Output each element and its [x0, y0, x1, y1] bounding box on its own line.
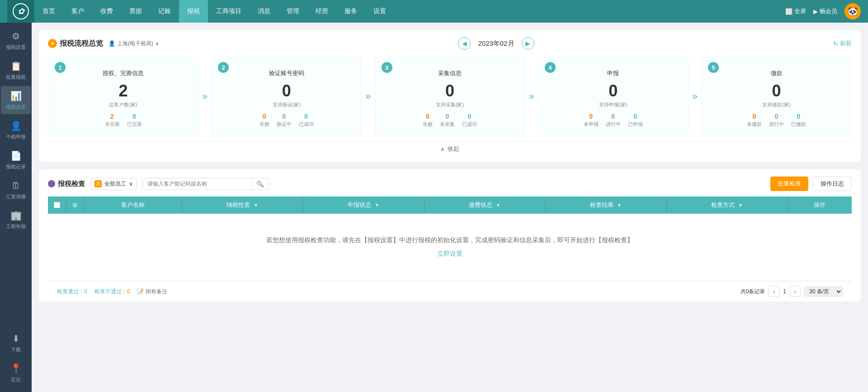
- step-4-stat-0: 0 未申报: [584, 113, 599, 128]
- table-wrapper: ⚙ 客户名称 纳税性质 ▼ 申报状态 ▼: [48, 196, 852, 281]
- dropdown-arrow-icon: ∨: [129, 181, 133, 187]
- nav-message[interactable]: 消息: [250, 0, 278, 23]
- header-checkbox[interactable]: [54, 202, 60, 208]
- filter-icon-5[interactable]: ▼: [738, 202, 743, 208]
- nav-invoice[interactable]: 票据: [121, 0, 150, 23]
- batch-check-button[interactable]: 批量检查: [770, 177, 808, 191]
- sidebar-item-personal-tax[interactable]: 👤 个税申报: [1, 116, 31, 144]
- filter-icon-2[interactable]: ▼: [374, 202, 379, 208]
- step-3-title: 采集信息: [382, 67, 518, 77]
- step-2-stat-1: 0 验证中: [277, 113, 292, 128]
- step-2-stat-2: 0 已成功: [299, 113, 314, 128]
- step-5-stat-2: 0 已缴款: [791, 113, 806, 128]
- logo-icon: ✿: [13, 3, 29, 19]
- arrow-3: »: [525, 57, 538, 135]
- fullscreen-btn[interactable]: ⬜ 全屏: [785, 7, 806, 15]
- nav-tax[interactable]: 报税: [179, 0, 208, 23]
- th-action: 操作: [788, 196, 852, 214]
- user-avatar[interactable]: 🐼: [844, 3, 861, 19]
- nav-operation[interactable]: 经营: [307, 0, 336, 23]
- setup-link[interactable]: 立即设置: [437, 250, 462, 257]
- sidebar-item-download[interactable]: ⬇ 下载: [1, 329, 31, 357]
- nav-manage[interactable]: 管理: [278, 0, 307, 23]
- th-check-method: 检查方式 ▼: [666, 196, 788, 214]
- data-table: ⚙ 客户名称 纳税性质 ▼ 申报状态 ▼: [48, 196, 852, 281]
- month-nav: ◀ 2023年02月 ▶: [458, 37, 534, 50]
- operation-log-button[interactable]: 操作日志: [813, 177, 852, 191]
- sidebar-item-annual-settlement[interactable]: 🗓 汇算清缴: [1, 176, 31, 204]
- has-notes: 📝 闵有备注: [137, 288, 167, 296]
- th-checkbox: [48, 196, 66, 214]
- step-5-num: 5: [708, 62, 719, 73]
- step-2-sub: 支持验证(家): [219, 101, 354, 108]
- nav-customer[interactable]: 客户: [63, 0, 92, 23]
- fullscreen-icon: ⬜: [785, 8, 793, 15]
- step-1-num: 1: [55, 62, 66, 73]
- plus-icon: +: [48, 39, 57, 48]
- nav-accounting[interactable]: 记账: [150, 0, 179, 23]
- search-button[interactable]: 🔍: [251, 178, 269, 190]
- tax-check-title: 报税检查: [48, 180, 85, 188]
- step-3-sub: 支持采集(家): [382, 101, 518, 108]
- nav-service[interactable]: 服务: [336, 0, 365, 23]
- nav-settings[interactable]: 设置: [365, 0, 394, 23]
- check-pass-stat: 检查通过：0: [57, 288, 87, 296]
- sidebar-item-location[interactable]: 📍 定位: [1, 359, 31, 387]
- filter-icon-4[interactable]: ▼: [617, 202, 622, 208]
- sidebar-item-batch-tax[interactable]: 📋 批量报税: [1, 56, 31, 84]
- pagination: 共0条记录 ‹ 1 › 30 条/页 50 条/页 100 条/页: [741, 286, 843, 297]
- arrow-4: »: [689, 57, 701, 135]
- nav-items: 首页 客户 收费 票据 记账 报税 工商项目 消息 管理 经营 服务 设置: [34, 0, 785, 23]
- location-tag[interactable]: 👤 上海(电子税局) ∨: [108, 40, 159, 48]
- overview-header-left: + 报税流程总览 👤 上海(电子税局) ∨: [48, 39, 159, 48]
- step-4-card: 4 申报 0 支持申报(家) 0 未申报 0 进行中: [538, 57, 689, 135]
- th-settings: ⚙: [66, 196, 84, 214]
- nav-business[interactable]: 工商项目: [208, 0, 250, 23]
- annual-report-icon: 🏢: [10, 210, 21, 221]
- overview-steps: 1 授权、完善信息 2 总客户数(家) 2 未完善 0 已完善: [48, 57, 852, 135]
- step-5-stats: 0 未缴款 0 进行中 0 已缴款: [709, 113, 844, 128]
- step-1-count: 2: [56, 81, 191, 100]
- check-fail-stat: 检查不通过：0: [94, 288, 130, 296]
- filter-icon-1[interactable]: ▼: [253, 202, 258, 208]
- sidebar-item-annual-report[interactable]: 🏢 工商年报: [1, 206, 31, 234]
- refresh-button[interactable]: ↻ 刷新: [833, 39, 852, 48]
- nav-fee[interactable]: 收费: [92, 0, 121, 23]
- step-4-stat-1: 0 进行中: [606, 113, 621, 128]
- search-input[interactable]: [143, 178, 251, 189]
- filter-icon-3[interactable]: ▼: [495, 202, 500, 208]
- collapse-icon: ∧: [440, 146, 445, 153]
- tax-check-header: 报税检查 员 全部员工 ∨ 🔍 批量检查 操作日志: [48, 177, 852, 191]
- next-month-btn[interactable]: ▶: [522, 37, 534, 50]
- th-check-result: 检查结果 ▼: [545, 196, 666, 214]
- purple-circle-icon: [48, 180, 55, 187]
- next-page-btn[interactable]: ›: [790, 286, 801, 297]
- step-1-stat-0: 2 未完善: [105, 113, 120, 128]
- sidebar-item-tax-records[interactable]: 📄 报税记录: [1, 146, 31, 174]
- prev-month-btn[interactable]: ◀: [458, 37, 471, 50]
- step-4-count: 0: [546, 81, 681, 100]
- chevron-right-icon-2: »: [365, 91, 371, 102]
- total-records: 共0条记录: [741, 288, 765, 296]
- staff-selector[interactable]: 员 全部员工 ∨: [90, 178, 137, 190]
- settings-icon[interactable]: ⚙: [72, 202, 78, 209]
- sidebar-item-tax-overview[interactable]: 📊 报税总览: [1, 86, 31, 114]
- empty-message: 若您想使用报税检查功能，请先在【报税设置】中进行报税的初始化设置，完成密码验证和…: [53, 218, 846, 276]
- step-5-stat-0: 0 未缴款: [747, 113, 762, 128]
- sidebar-item-tax-settings[interactable]: ⚙ 报税设置: [1, 26, 31, 54]
- th-payment-status: 缴费状态 ▼: [424, 196, 545, 214]
- collapse-button[interactable]: ∧ 收起: [48, 141, 852, 155]
- prev-page-btn[interactable]: ‹: [769, 286, 779, 297]
- step-4-title: 申报: [546, 67, 681, 77]
- step-5-stat-1: 0 进行中: [769, 113, 784, 128]
- per-page-select[interactable]: 30 条/页 50 条/页 100 条/页: [804, 287, 843, 296]
- step-3-num: 3: [382, 62, 392, 73]
- overview-title: + 报税流程总览: [48, 39, 103, 48]
- step-3-stat-2: 0 已成功: [462, 113, 477, 128]
- chevron-right-icon-3: »: [529, 91, 534, 102]
- nav-home[interactable]: 首页: [34, 0, 63, 23]
- tax-records-icon: 📄: [10, 150, 21, 161]
- member-btn[interactable]: ▶ 畅会员: [813, 7, 837, 15]
- overview-card: + 报税流程总览 👤 上海(电子税局) ∨ ◀ 2023年02月 ▶ ↻: [39, 30, 861, 162]
- staff-icon: 员: [94, 180, 102, 187]
